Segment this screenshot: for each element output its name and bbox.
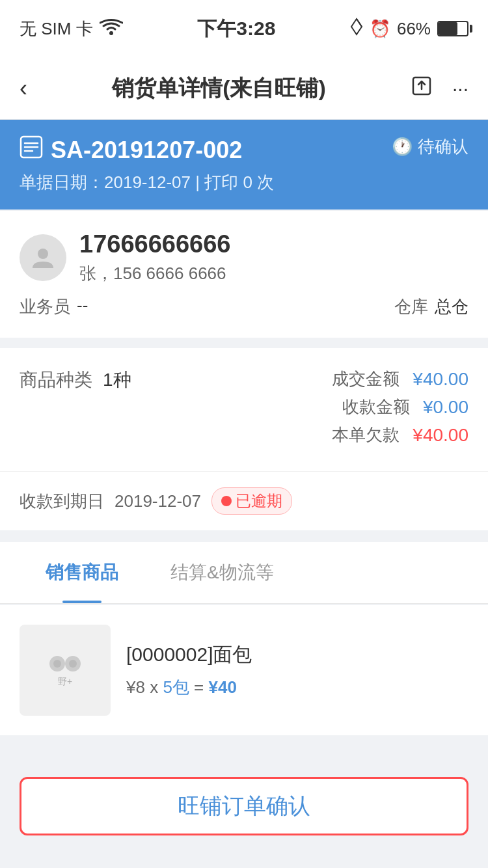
- summary-section: 商品种类 1种 成交金额 ¥40.00 收款金额 ¥0.00 本单欠款 ¥40.…: [0, 348, 488, 471]
- product-types-label: 商品种类 1种: [20, 368, 131, 392]
- divider-1: [0, 338, 488, 348]
- customer-section: 17666666666 张，156 6666 6666 业务员 -- 仓库 总仓: [0, 211, 488, 338]
- carrier-text: 无 SIM 卡: [20, 18, 93, 40]
- overdue-badge: 已逾期: [211, 487, 292, 515]
- product-types-value: 1种: [103, 368, 131, 392]
- product-name: [0000002]面包: [126, 642, 468, 668]
- product-price: ¥8 x 5包 = ¥40: [126, 676, 468, 699]
- alarm-icon: ⏰: [370, 19, 390, 39]
- wifi-icon: [100, 18, 123, 40]
- warehouse-label: 仓库 总仓: [394, 295, 468, 318]
- nav-actions: ···: [411, 75, 468, 102]
- received-row: 收款金额 ¥0.00: [332, 396, 468, 418]
- more-icon[interactable]: ···: [452, 77, 468, 100]
- warehouse-value: 总仓: [435, 295, 468, 318]
- customer-info: 17666666666 张，156 6666 6666: [79, 230, 230, 285]
- transaction-value: ¥40.00: [413, 369, 468, 390]
- order-id-text: SA-20191207-002: [51, 137, 242, 164]
- owed-label: 本单欠款: [332, 424, 400, 446]
- status-bar: 无 SIM 卡 下午3:28 ⏰ 66%: [0, 0, 488, 57]
- tabs-section: 销售商品 结算&物流等: [0, 542, 488, 604]
- transaction-label: 成交金额: [332, 368, 400, 390]
- bottom-action: 旺铺订单确认: [0, 764, 488, 868]
- due-date-section: 收款到期日 2019-12-07 已逾期: [0, 471, 488, 530]
- customer-phone: 17666666666: [79, 230, 230, 258]
- location-icon: [350, 18, 363, 40]
- order-date: 单据日期：2019-12-07 | 打印 0 次: [20, 171, 274, 194]
- battery-icon: [437, 21, 468, 36]
- summary-full: 商品种类 1种 成交金额 ¥40.00 收款金额 ¥0.00 本单欠款 ¥40.…: [20, 368, 468, 452]
- customer-name: 张，156 6666 6666: [79, 262, 230, 285]
- status-time: 下午3:28: [197, 16, 275, 42]
- order-header: SA-20191207-002 单据日期：2019-12-07 | 打印 0 次…: [0, 120, 488, 210]
- transaction-row: 成交金额 ¥40.00: [332, 368, 468, 390]
- order-status-text: 待确认: [418, 135, 468, 158]
- product-thumbnail: 野+: [20, 625, 111, 716]
- back-button[interactable]: ‹: [20, 75, 27, 102]
- divider-2: [0, 530, 488, 541]
- product-item: 野+ [0000002]面包 ¥8 x 5包 = ¥40: [0, 605, 488, 735]
- overdue-dot-icon: [221, 496, 232, 506]
- nav-bar: ‹ 销货单详情(来自旺铺) ···: [0, 57, 488, 120]
- due-date-value: 2019-12-07: [115, 491, 201, 511]
- owed-value: ¥40.00: [413, 425, 468, 446]
- svg-point-0: [109, 31, 113, 35]
- battery-percent: 66%: [397, 19, 431, 39]
- svg-point-7: [69, 660, 77, 668]
- confirm-order-button[interactable]: 旺铺订单确认: [20, 777, 468, 835]
- order-id-row: SA-20191207-002: [20, 135, 274, 165]
- received-value: ¥0.00: [423, 397, 468, 418]
- owed-row: 本单欠款 ¥40.00: [332, 424, 468, 446]
- customer-meta: 业务员 -- 仓库 总仓: [20, 295, 468, 318]
- share-icon[interactable]: [411, 75, 433, 102]
- status-right: ⏰ 66%: [350, 18, 468, 40]
- customer-header: 17666666666 张，156 6666 6666: [20, 230, 468, 285]
- overdue-text: 已逾期: [236, 491, 282, 511]
- svg-text:野+: 野+: [58, 676, 72, 686]
- page-title: 销货单详情(来自旺铺): [112, 74, 326, 103]
- svg-point-5: [53, 660, 61, 668]
- status-left: 无 SIM 卡: [20, 18, 123, 40]
- status-clock-icon: 🕐: [392, 137, 413, 157]
- customer-avatar: [20, 234, 66, 281]
- product-list: 野+ [0000002]面包 ¥8 x 5包 = ¥40: [0, 605, 488, 735]
- salesperson-value: --: [77, 295, 88, 318]
- received-label: 收款金额: [342, 396, 410, 418]
- due-date-label: 收款到期日: [20, 490, 104, 513]
- salesperson-label: 业务员 --: [20, 295, 88, 318]
- amounts-section: 成交金额 ¥40.00 收款金额 ¥0.00 本单欠款 ¥40.00: [332, 368, 468, 452]
- tab-settlement[interactable]: 结算&物流等: [144, 542, 300, 603]
- product-total: ¥40: [209, 677, 237, 697]
- product-qty: 5包: [163, 677, 189, 697]
- product-info: [0000002]面包 ¥8 x 5包 = ¥40: [126, 642, 468, 699]
- svg-point-3: [38, 249, 48, 259]
- order-icon: [20, 135, 43, 165]
- price-equals: =: [194, 677, 204, 697]
- order-status: 🕐 待确认: [392, 135, 468, 158]
- price-formula: ¥8 x: [126, 677, 158, 697]
- tab-sales-products[interactable]: 销售商品: [20, 542, 144, 603]
